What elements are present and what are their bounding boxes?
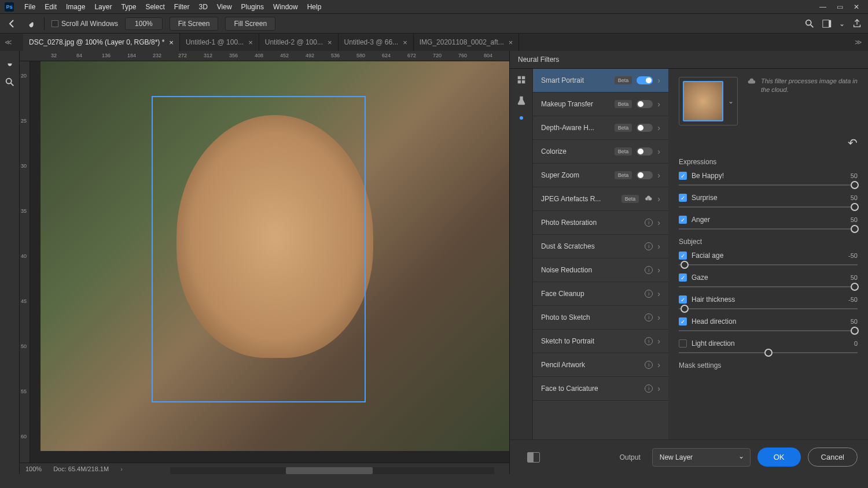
minimize-icon[interactable]: — — [819, 3, 827, 11]
chevron-right-icon[interactable]: › — [657, 337, 660, 346]
zoom-tool-icon[interactable] — [3, 75, 17, 89]
filter-depth-aware-h-[interactable]: Depth-Aware H...Beta› — [533, 116, 668, 140]
hand-tool-icon[interactable] — [25, 18, 37, 29]
scrollbar-thumb[interactable] — [286, 467, 373, 474]
filter-colorize[interactable]: ColorizeBeta› — [533, 140, 668, 164]
filter-makeup-transfer[interactable]: Makeup TransferBeta› — [533, 93, 668, 116]
slider-track[interactable] — [679, 264, 858, 265]
face-selection-box[interactable] — [152, 96, 366, 402]
checkbox-icon[interactable]: ✓ — [679, 273, 687, 282]
filter-dust-scratches[interactable]: Dust & Scratchesi› — [533, 235, 668, 258]
chevron-right-icon[interactable]: › — [657, 123, 660, 132]
tab-untitled1[interactable]: Untitled-1 @ 100...× — [180, 34, 259, 51]
slider-track[interactable] — [679, 352, 858, 353]
slider-thumb[interactable] — [681, 261, 689, 269]
search-icon[interactable] — [804, 19, 815, 29]
checkbox-icon[interactable]: ✓ — [679, 194, 687, 202]
menu-window[interactable]: Window — [269, 1, 303, 13]
featured-icon[interactable] — [516, 75, 527, 85]
info-icon[interactable]: i — [645, 313, 653, 321]
toggle-icon[interactable] — [637, 171, 653, 179]
zoom-level[interactable]: 100% — [125, 17, 163, 30]
tab-scroll-right-icon[interactable]: ≫ — [855, 38, 862, 46]
slider-thumb[interactable] — [851, 283, 859, 291]
tab-close-icon[interactable]: × — [509, 38, 513, 47]
slider-track[interactable] — [679, 308, 858, 309]
cloud-download-icon[interactable] — [643, 195, 653, 203]
menu-help[interactable]: Help — [303, 1, 326, 13]
filter-pencil-artwork[interactable]: Pencil Artworki› — [533, 353, 668, 377]
chevron-right-icon[interactable]: › — [657, 171, 660, 180]
info-icon[interactable]: i — [645, 266, 653, 274]
menu-3d[interactable]: 3D — [194, 1, 212, 13]
scroll-all-checkbox[interactable]: Scroll All Windows — [52, 20, 118, 28]
filter-sketch-to-portrait[interactable]: Sketch to Portraiti› — [533, 330, 668, 353]
beta-icon[interactable] — [516, 95, 527, 106]
filter-jpeg-artefacts-r-[interactable]: JPEG Artefacts R...Beta› — [533, 187, 668, 211]
slider-track[interactable] — [679, 228, 858, 230]
info-icon[interactable]: i — [645, 219, 653, 227]
ok-button[interactable]: OK — [757, 448, 801, 467]
menu-type[interactable]: Type — [116, 1, 141, 13]
tab-close-icon[interactable]: × — [403, 38, 407, 47]
chevron-right-icon[interactable]: › — [657, 313, 660, 322]
menu-layer[interactable]: Layer — [90, 1, 116, 13]
info-icon[interactable]: i — [645, 361, 653, 369]
chevron-right-icon[interactable]: › — [657, 242, 660, 251]
checkbox-icon[interactable] — [52, 20, 58, 27]
slider-thumb[interactable] — [764, 349, 773, 357]
hand-tool-icon[interactable] — [3, 56, 17, 69]
fit-screen-button[interactable]: Fit Screen — [170, 17, 219, 31]
slider-thumb[interactable] — [851, 181, 859, 189]
slider-thumb[interactable] — [851, 203, 859, 211]
menu-plugins[interactable]: Plugins — [237, 1, 269, 13]
fill-screen-button[interactable]: Fill Screen — [225, 17, 275, 31]
checkbox-icon[interactable]: ✓ — [679, 295, 687, 304]
chevron-right-icon[interactable]: › — [657, 384, 660, 393]
workspace-icon[interactable] — [822, 19, 832, 29]
slider-thumb[interactable] — [851, 225, 859, 233]
checkbox-icon[interactable]: ✓ — [679, 252, 687, 260]
filter-super-zoom[interactable]: Super ZoomBeta› — [533, 164, 668, 187]
menu-select[interactable]: Select — [141, 1, 169, 13]
menu-view[interactable]: View — [212, 1, 237, 13]
toggle-icon[interactable] — [637, 124, 653, 132]
tab-close-icon[interactable]: × — [248, 38, 253, 47]
tab-dsc0278[interactable]: DSC_0278.jpg @ 100% (Layer 0, RGB/8*) *× — [23, 34, 180, 51]
chevron-right-icon[interactable]: › — [657, 76, 660, 85]
filter-face-cleanup[interactable]: Face Cleanupi› — [533, 282, 668, 306]
cancel-button[interactable]: Cancel — [808, 448, 858, 467]
slider-track[interactable] — [679, 184, 858, 186]
chevron-down-icon[interactable]: ⌄ — [728, 97, 734, 105]
menu-image[interactable]: Image — [61, 1, 90, 13]
slider-thumb[interactable] — [851, 327, 859, 335]
checkbox-icon[interactable]: ✓ — [679, 317, 687, 326]
status-chevron-icon[interactable]: › — [120, 465, 123, 472]
chevron-right-icon[interactable]: › — [657, 265, 660, 275]
chevron-right-icon[interactable]: › — [657, 194, 660, 204]
tab-untitled2[interactable]: Untitled-2 @ 100...× — [259, 34, 339, 51]
share-icon[interactable] — [852, 19, 862, 29]
filter-photo-restoration[interactable]: Photo Restorationi› — [533, 211, 668, 235]
toggle-icon[interactable] — [637, 147, 653, 156]
info-icon[interactable]: i — [645, 385, 653, 393]
tab-close-icon[interactable]: × — [169, 38, 174, 47]
slider-track[interactable] — [679, 286, 858, 287]
tab-untitled3[interactable]: Untitled-3 @ 66...× — [339, 34, 414, 51]
chevron-right-icon[interactable]: › — [657, 360, 660, 369]
slider-thumb[interactable] — [681, 305, 689, 313]
menu-edit[interactable]: Edit — [40, 1, 61, 13]
filter-photo-to-sketch[interactable]: Photo to Sketchi› — [533, 306, 668, 330]
home-back-icon[interactable] — [6, 17, 19, 30]
slider-track[interactable] — [679, 206, 858, 208]
preview-mask-icon[interactable] — [527, 452, 540, 463]
output-select[interactable]: New Layer — [652, 448, 751, 467]
checkbox-icon[interactable] — [679, 339, 687, 347]
info-icon[interactable]: i — [645, 337, 653, 345]
info-icon[interactable]: i — [645, 290, 653, 298]
workspace-chevron-icon[interactable]: ⌄ — [839, 20, 845, 28]
tab-img2020[interactable]: IMG_20201108_0002_aft...× — [414, 34, 520, 51]
chevron-right-icon[interactable]: › — [657, 289, 660, 298]
checkbox-icon[interactable]: ✓ — [679, 216, 687, 224]
close-icon[interactable]: ✕ — [852, 3, 860, 11]
